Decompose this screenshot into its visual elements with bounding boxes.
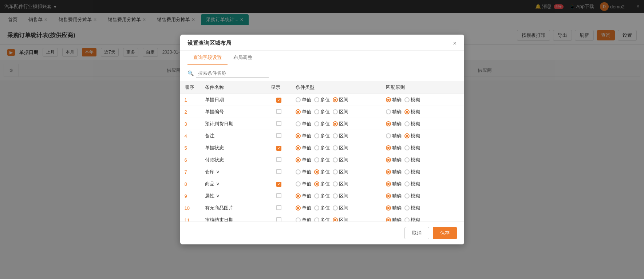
dialog-title: 设置查询区域布局 xyxy=(187,40,231,47)
settings-dialog: 设置查询区域布局 × 查询字段设置 布局调整 🔍 顺序 条件名称 xyxy=(180,35,464,80)
modal-overlay: 设置查询区域布局 × 查询字段设置 布局调整 🔍 顺序 条件名称 xyxy=(0,0,644,80)
dialog-tab-bar: 查询字段设置 布局调整 xyxy=(180,51,464,65)
dialog-close-btn[interactable]: × xyxy=(453,40,457,47)
dialog-search-area: 🔍 xyxy=(180,65,464,80)
dialog-tab-layout-label: 布局调整 xyxy=(233,55,252,60)
search-input[interactable] xyxy=(196,69,269,78)
dialog-tab-layout[interactable]: 布局调整 xyxy=(228,51,258,65)
search-icon: 🔍 xyxy=(187,70,194,76)
dialog-tab-query-fields[interactable]: 查询字段设置 xyxy=(187,51,228,65)
dialog-header: 设置查询区域布局 × xyxy=(180,35,464,51)
dialog-tab-query-label: 查询字段设置 xyxy=(193,55,222,60)
